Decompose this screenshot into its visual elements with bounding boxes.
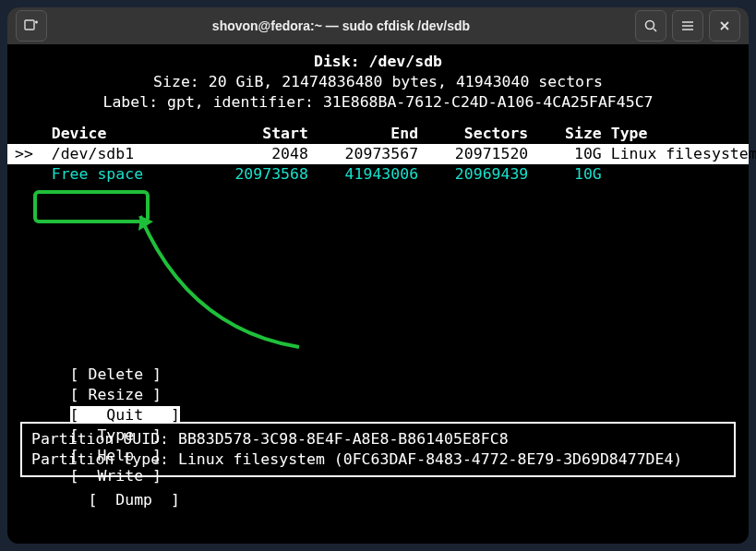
close-button[interactable] [709,10,740,42]
menu-quit[interactable]: [ Quit ] [70,406,180,424]
svg-rect-0 [25,20,34,30]
search-icon [643,18,658,33]
disk-label-line: Label: gpt, identifier: 31E868BA-7612-C2… [7,92,749,113]
menu-button[interactable] [672,10,703,42]
close-icon [718,19,731,32]
annotation-highlight-box [33,190,150,223]
menu-dump[interactable]: [ Dump ] [88,491,179,509]
new-tab-button[interactable] [16,10,47,42]
terminal-plus-icon [24,18,39,33]
window-title: shovon@fedora:~ — sudo cfdisk /dev/sdb [50,18,632,33]
menu-type[interactable]: [ Type ] [70,426,162,444]
disk-header: Disk: /dev/sdb [7,52,749,72]
search-button[interactable] [635,10,666,42]
cfdisk-menu: [ Delete ] [ Resize ] [ Quit ] [ Type ] … [7,324,749,527]
partition-table: Device Start End Sectors Size Type >> /d… [7,124,749,185]
disk-size-line: Size: 20 GiB, 21474836480 bytes, 4194304… [7,72,749,92]
table-row[interactable]: >> /dev/sdb1 2048 20973567 20971520 10G … [7,144,749,164]
terminal-area: Disk: /dev/sdb Size: 20 GiB, 21474836480… [7,44,749,544]
svg-point-1 [646,21,654,30]
partition-table-header: Device Start End Sectors Size Type [7,124,749,144]
hamburger-icon [680,18,695,33]
menu-resize[interactable]: [ Resize ] [70,386,162,403]
menu-delete[interactable]: [ Delete ] [70,365,162,383]
table-row[interactable]: Free space 20973568 41943006 20969439 10… [7,164,749,185]
titlebar: shovon@fedora:~ — sudo cfdisk /dev/sdb [7,7,749,44]
